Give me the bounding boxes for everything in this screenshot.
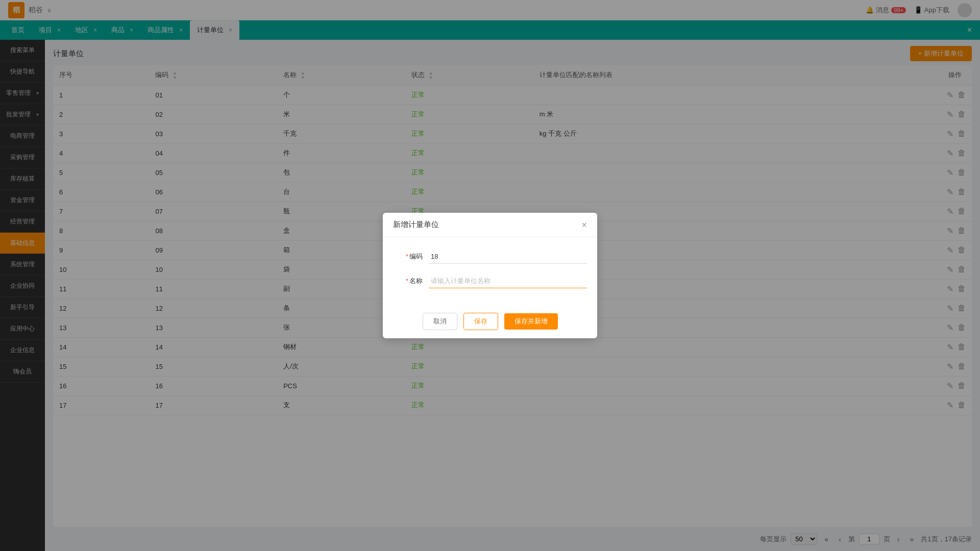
cancel-button[interactable]: 取消 bbox=[423, 313, 457, 330]
code-input[interactable] bbox=[429, 249, 587, 264]
modal-add-unit: 新增计量单位 × *编码 *名称 取消 保存 保存并新增 bbox=[383, 213, 597, 338]
save-button[interactable]: 保存 bbox=[463, 313, 498, 330]
modal-header: 新增计量单位 × bbox=[383, 213, 597, 237]
save-new-button[interactable]: 保存并新增 bbox=[504, 313, 558, 330]
required-star-name: * bbox=[406, 277, 408, 285]
modal-close-button[interactable]: × bbox=[581, 220, 587, 230]
form-label-name: *名称 bbox=[393, 277, 429, 286]
modal-overlay: 新增计量单位 × *编码 *名称 取消 保存 保存并新增 bbox=[0, 0, 980, 551]
form-label-code: *编码 bbox=[393, 252, 429, 261]
form-row-code: *编码 bbox=[393, 249, 587, 264]
modal-body: *编码 *名称 bbox=[383, 237, 597, 307]
modal-footer: 取消 保存 保存并新增 bbox=[383, 307, 597, 338]
required-star-code: * bbox=[406, 253, 408, 260]
modal-title: 新增计量单位 bbox=[393, 220, 439, 230]
form-row-name: *名称 bbox=[393, 274, 587, 288]
name-input[interactable] bbox=[429, 274, 587, 288]
